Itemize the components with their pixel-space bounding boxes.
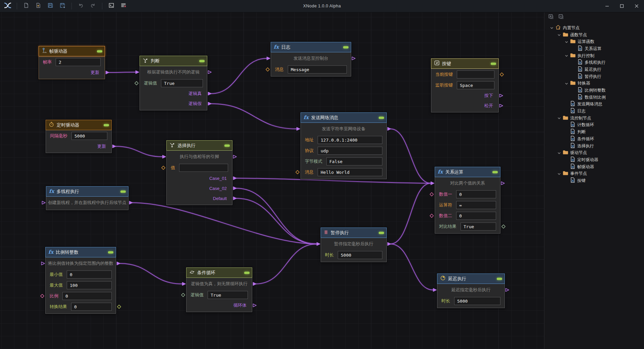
- exec-out-port[interactable]: [232, 186, 237, 191]
- maximize-button[interactable]: [614, 0, 629, 12]
- node-header[interactable]: fx发送网络消息: [301, 112, 387, 123]
- exec-out-port[interactable]: [232, 154, 237, 159]
- chevron-down-icon[interactable]: [556, 150, 562, 156]
- collapse-node-button[interactable]: [343, 46, 348, 48]
- tree-item-多线程执行[interactable]: 多线程执行: [544, 59, 644, 66]
- field-input-字节模式[interactable]: False: [326, 157, 382, 165]
- field-input-地址[interactable]: 127.0.0.1:2400: [318, 136, 382, 144]
- field-input-当前按键[interactable]: [457, 70, 494, 79]
- tree-item-判断[interactable]: 判断: [544, 129, 644, 136]
- node-header[interactable]: 条件循环: [186, 267, 252, 278]
- exec-out-port[interactable]: [128, 200, 133, 205]
- exec-out-port[interactable]: [207, 70, 212, 74]
- exec-out-port[interactable]: [499, 103, 503, 108]
- collapse-node-button[interactable]: [120, 190, 126, 193]
- number-port[interactable]: [429, 192, 434, 197]
- node-log[interactable]: fx日志发送消息至控制台消息Message: [271, 42, 351, 77]
- tree-item-关系运算[interactable]: 关系运算: [544, 45, 644, 52]
- node-ratio_int[interactable]: fx比例转整数将比例值转换为指定范围内的整数最小值0最大值100比例0转换结果0: [45, 247, 116, 314]
- tree-item-驱动节点[interactable]: 驱动节点: [544, 149, 644, 156]
- exec-in-port[interactable]: [162, 154, 166, 159]
- exec-out-port[interactable]: [112, 144, 116, 149]
- tree-item-日志[interactable]: 日志: [544, 108, 644, 115]
- field-input-消息[interactable]: Message: [288, 65, 347, 73]
- exec-in-port[interactable]: [266, 56, 271, 61]
- exec-out-port[interactable]: [351, 56, 356, 61]
- tree-item-延迟执行[interactable]: 延迟执行: [544, 66, 644, 73]
- console-button[interactable]: [106, 1, 116, 11]
- collapse-node-button[interactable]: [491, 62, 496, 65]
- clear-log-button[interactable]: [118, 1, 128, 11]
- number-port[interactable]: [429, 213, 434, 218]
- field-input-运算符[interactable]: =: [456, 201, 496, 209]
- collapse-node-button[interactable]: [379, 116, 384, 119]
- expand-all-button[interactable]: [548, 14, 554, 21]
- chevron-down-icon[interactable]: [556, 115, 562, 121]
- node-header[interactable]: 按键: [431, 58, 499, 69]
- exec-out-port[interactable]: [499, 93, 503, 98]
- exec-out-port[interactable]: [387, 127, 391, 131]
- node-cond_loop[interactable]: 条件循环逻辑值为真，则无限循环执行逻辑值True循环体: [186, 267, 252, 312]
- field-input-数值二[interactable]: 0: [456, 212, 496, 220]
- collapse-all-button[interactable]: [558, 14, 565, 21]
- exec-out-port[interactable]: [207, 101, 212, 106]
- collapse-node-button[interactable]: [497, 278, 502, 280]
- node-header[interactable]: fx关系运算: [435, 167, 500, 177]
- tree-item-按键[interactable]: 按键: [544, 177, 644, 184]
- chevron-down-icon[interactable]: [563, 53, 570, 58]
- exec-out-port[interactable]: [252, 303, 257, 308]
- exec-out-port[interactable]: [505, 288, 509, 292]
- collapse-node-button[interactable]: [104, 124, 109, 126]
- tree-item-条件循环[interactable]: 条件循环: [544, 136, 644, 143]
- exec-in-port[interactable]: [430, 181, 435, 186]
- field-input-帧率[interactable]: 2: [56, 58, 101, 66]
- field-input-时长[interactable]: 5000: [454, 297, 500, 305]
- tree-item-帧驱动器[interactable]: 帧驱动器: [544, 163, 644, 170]
- exec-out-port[interactable]: [116, 261, 121, 266]
- close-button[interactable]: [629, 0, 644, 12]
- collapse-node-button[interactable]: [244, 271, 250, 274]
- exec-in-port[interactable]: [41, 200, 46, 205]
- chevron-down-icon[interactable]: [563, 39, 570, 45]
- field-input-监听按键[interactable]: Space: [457, 81, 494, 89]
- string-port[interactable]: [499, 72, 504, 77]
- collapse-node-button[interactable]: [379, 232, 384, 234]
- exec-in-port[interactable]: [41, 261, 45, 266]
- node-header[interactable]: fx日志: [271, 42, 351, 52]
- new-file-button[interactable]: [21, 1, 31, 11]
- node-select[interactable]: 选择执行执行与值相等的引脚值Case_01Case_02Default: [166, 140, 232, 205]
- node-header[interactable]: 判断: [140, 56, 207, 66]
- undo-button[interactable]: [76, 1, 86, 11]
- exec-out-port[interactable]: [232, 196, 237, 201]
- field-input-比例[interactable]: 0: [62, 292, 112, 300]
- tree-item-转换器[interactable]: 转换器: [544, 80, 644, 87]
- number-port[interactable]: [40, 294, 45, 298]
- node-key[interactable]: 按键当前按键监听按键Space按下松开: [431, 58, 499, 112]
- collapse-node-button[interactable]: [97, 50, 102, 52]
- bool-port[interactable]: [501, 224, 506, 229]
- chevron-down-icon[interactable]: [556, 171, 562, 177]
- exec-out-port[interactable]: [207, 91, 212, 96]
- node-pause[interactable]: 暂停执行暂停指定毫秒后执行时长5000: [321, 228, 387, 262]
- node-judge[interactable]: 判断根据逻辑值执行不同的逻辑逻辑值True逻辑真逻辑假: [140, 56, 207, 110]
- field-input-转换结果[interactable]: 0: [71, 303, 112, 311]
- node-header[interactable]: 选择执行: [166, 140, 232, 151]
- node-frame_driver[interactable]: 帧驱动器帧率2更新: [39, 46, 105, 79]
- collapse-node-button[interactable]: [199, 60, 205, 62]
- open-file-button[interactable]: [33, 1, 43, 11]
- redo-button[interactable]: [88, 1, 98, 11]
- tree-item-函数节点[interactable]: 函数节点: [544, 32, 644, 39]
- field-input-最大值[interactable]: 100: [67, 281, 112, 289]
- field-input-对比结果[interactable]: True: [461, 222, 496, 231]
- string-port[interactable]: [295, 170, 300, 174]
- field-input-值[interactable]: [179, 164, 228, 172]
- node-header[interactable]: 帧驱动器: [39, 46, 105, 56]
- exec-out-port[interactable]: [500, 181, 505, 186]
- collapse-node-button[interactable]: [492, 171, 498, 173]
- node-header[interactable]: fx比例转整数: [45, 247, 116, 257]
- collapse-node-button[interactable]: [108, 251, 113, 253]
- tree-item-暂停执行[interactable]: 暂停执行: [544, 73, 644, 80]
- tree-item-内置节点[interactable]: 内置节点: [544, 24, 644, 32]
- tree-item-事件节点[interactable]: 事件节点: [544, 170, 644, 177]
- save-button[interactable]: [45, 1, 55, 11]
